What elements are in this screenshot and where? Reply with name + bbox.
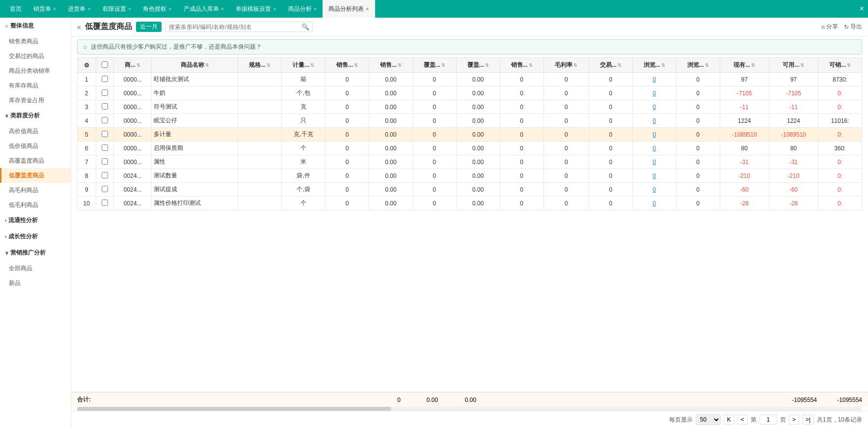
export-button[interactable]: ↻ 导出 — [844, 23, 862, 31]
close-template-tab[interactable]: × — [273, 6, 276, 12]
sidebar-item-low-coverage[interactable]: 低覆盖度商品 — [0, 168, 71, 183]
browse1-link[interactable]: 0 — [652, 159, 656, 166]
close-permission-tab[interactable]: × — [128, 6, 131, 12]
row-checkbox[interactable] — [102, 186, 108, 192]
sidebar-item-inventory-goods[interactable]: 有库存商品 — [0, 78, 71, 93]
browse1-link[interactable]: 0 — [652, 172, 656, 179]
sidebar-item-category-rate[interactable]: 商品分类动销率 — [0, 63, 71, 78]
sidebar-collapse-button[interactable]: « — [77, 23, 81, 31]
col-sales-amount[interactable]: 销售...⇅ — [369, 58, 412, 73]
col-unit[interactable]: 计量...⇅ — [282, 58, 326, 73]
browse1-link[interactable]: 0 — [652, 117, 656, 124]
sidebar-item-high-value[interactable]: 高价值商品 — [0, 124, 71, 139]
row-checkbox[interactable] — [102, 131, 108, 137]
col-current[interactable]: 现有...⇅ — [720, 58, 769, 73]
col-trade[interactable]: 交易...⇅ — [589, 58, 632, 73]
close-all-button[interactable]: × — [860, 4, 864, 13]
nav-tab-analysis[interactable]: 商品分析 × — [282, 0, 323, 18]
next-page-button[interactable]: > — [789, 415, 799, 425]
row-checkbox[interactable] — [102, 172, 108, 178]
close-analysis-list-tab[interactable]: × — [366, 6, 369, 12]
row-checkbox-cell[interactable] — [96, 142, 114, 155]
browse1-link[interactable]: 0 — [652, 104, 656, 111]
row-checkbox-cell[interactable] — [96, 73, 114, 86]
nav-tab-purchase[interactable]: 进货单 × — [62, 0, 96, 18]
sidebar-section-growth[interactable]: › 成长性分析 — [0, 228, 71, 245]
search-input[interactable] — [169, 24, 301, 30]
browse1-link[interactable]: 0 — [652, 131, 656, 138]
row-browse1[interactable]: 0 — [632, 128, 676, 142]
col-available[interactable]: 可用...⇅ — [769, 58, 818, 73]
share-button[interactable]: ⎋ 分享 — [821, 23, 838, 31]
table-container[interactable]: ⚙ 商...⇅ 商品名称⇅ 规格...⇅ 计量...⇅ 销售...⇅ 销售...… — [77, 57, 862, 392]
col-code[interactable]: 商...⇅ — [114, 58, 152, 73]
col-coverage1[interactable]: 覆盖...⇅ — [412, 58, 456, 73]
row-checkbox-cell[interactable] — [96, 183, 114, 197]
row-browse1[interactable]: 0 — [632, 86, 676, 100]
select-all-checkbox[interactable] — [102, 61, 108, 68]
sidebar-item-low-profit[interactable]: 低毛利商品 — [0, 198, 71, 212]
row-checkbox-cell[interactable] — [96, 169, 114, 183]
sidebar-item-all-goods[interactable]: 全部商品 — [0, 261, 71, 276]
sidebar-section-cluster[interactable]: ∨ 类群度分析 — [0, 108, 71, 124]
first-page-button[interactable]: K — [724, 415, 734, 425]
browse1-link[interactable]: 0 — [652, 145, 656, 152]
last-page-button[interactable]: >| — [802, 415, 814, 425]
browse1-link[interactable]: 0 — [652, 186, 656, 193]
sidebar-item-low-value[interactable]: 低价值商品 — [0, 139, 71, 153]
sidebar-item-sales-goods[interactable]: 销售类商品 — [0, 34, 71, 49]
row-checkbox-cell[interactable] — [96, 100, 114, 114]
sidebar-item-new-goods[interactable]: 新品 — [0, 276, 71, 290]
row-checkbox[interactable] — [102, 76, 108, 82]
col-coverage2[interactable]: 覆盖...⇅ — [456, 58, 500, 73]
close-purchase-tab[interactable]: × — [87, 6, 90, 12]
row-checkbox[interactable] — [102, 89, 108, 96]
row-browse1[interactable]: 0 — [632, 114, 676, 128]
row-browse1[interactable]: 0 — [632, 100, 676, 114]
row-browse1[interactable]: 0 — [632, 169, 676, 183]
row-checkbox[interactable] — [102, 158, 108, 165]
nav-tab-sales[interactable]: 销货单 × — [27, 0, 62, 18]
row-checkbox[interactable] — [102, 144, 108, 151]
sidebar-section-overall[interactable]: « 整体信息 — [0, 18, 71, 34]
col-browse1[interactable]: 浏览...⇅ — [632, 58, 676, 73]
prev-page-button[interactable]: < — [737, 415, 748, 425]
browse1-link[interactable]: 0 — [652, 76, 656, 83]
close-analysis-tab[interactable]: × — [314, 6, 317, 12]
col-sales-days[interactable]: 销售...⇅ — [500, 58, 543, 73]
row-browse1[interactable]: 0 — [632, 155, 676, 169]
col-check[interactable] — [96, 58, 114, 73]
nav-tab-warehouse[interactable]: 产成品入库单 × — [178, 0, 230, 18]
browse1-link[interactable]: 0 — [652, 90, 656, 97]
sidebar-section-marketing[interactable]: ∨ 营销推广分析 — [0, 245, 71, 261]
time-filter-button[interactable]: 近一月 — [136, 22, 162, 32]
row-checkbox[interactable] — [102, 200, 108, 206]
row-checkbox-cell[interactable] — [96, 197, 114, 210]
col-settings[interactable]: ⚙ — [78, 58, 96, 73]
row-browse1[interactable]: 0 — [632, 197, 676, 210]
col-browse2[interactable]: 浏览...⇅ — [676, 58, 720, 73]
sidebar-item-traded-goods[interactable]: 交易过的商品 — [0, 49, 71, 63]
close-role-tab[interactable]: × — [168, 6, 171, 12]
row-checkbox[interactable] — [102, 117, 108, 123]
col-sales-count[interactable]: 销售...⇅ — [326, 58, 369, 73]
row-browse1[interactable]: 0 — [632, 183, 676, 197]
row-checkbox-cell[interactable] — [96, 114, 114, 128]
row-checkbox-cell[interactable] — [96, 86, 114, 100]
close-sales-tab[interactable]: × — [53, 6, 56, 12]
browse1-link[interactable]: 0 — [652, 200, 656, 207]
row-checkbox[interactable] — [102, 103, 108, 110]
col-gross-rate[interactable]: 毛利率⇅ — [543, 58, 589, 73]
row-browse1[interactable]: 0 — [632, 73, 676, 86]
close-warehouse-tab[interactable]: × — [221, 6, 224, 12]
nav-tab-permission[interactable]: 权限设置 × — [97, 0, 137, 18]
sidebar-item-high-coverage[interactable]: 高覆盖度商品 — [0, 153, 71, 168]
nav-tab-home[interactable]: 首页 — [4, 0, 27, 18]
nav-tab-analysis-list[interactable]: 商品分析列表 × — [323, 0, 375, 18]
sidebar-section-liquidity[interactable]: › 流通性分析 — [0, 212, 71, 228]
page-size-select[interactable]: 50 100 200 — [696, 414, 721, 425]
row-checkbox-cell[interactable] — [96, 155, 114, 169]
sidebar-item-capital-occupy[interactable]: 库存资金占用 — [0, 93, 71, 108]
sidebar-item-high-profit[interactable]: 高毛利商品 — [0, 183, 71, 198]
nav-tab-template[interactable]: 单据模板设置 × — [230, 0, 282, 18]
